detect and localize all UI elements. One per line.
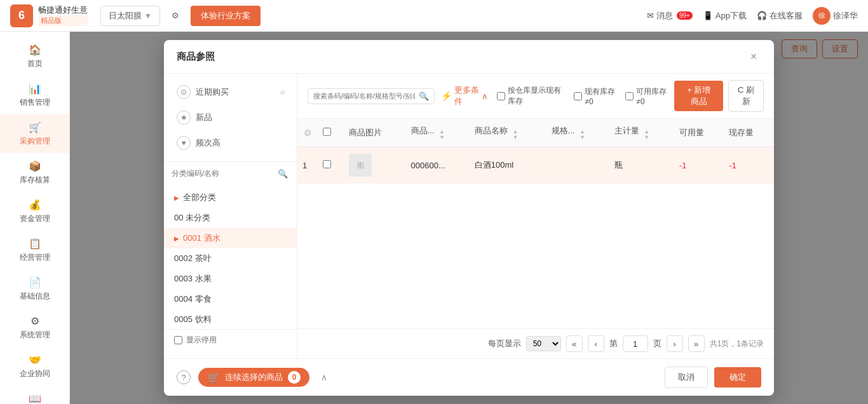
cart-area[interactable]: 🛒 连续选择的商品 0 xyxy=(198,368,309,387)
category-search-icon[interactable]: 🔍 xyxy=(276,167,289,180)
modal-close-button[interactable]: × xyxy=(746,49,761,64)
table-body: 1 图 000600... xyxy=(297,147,774,184)
col-image: 商品图片 xyxy=(344,119,405,147)
gear-button[interactable]: ⚙ xyxy=(165,6,186,26)
filter-recent-purchase[interactable]: ⊙ 近期购买 xyxy=(172,81,234,103)
stock-not-zero-checkbox[interactable] xyxy=(574,92,582,100)
sidebar-item-basic-info[interactable]: 📄 基础信息 xyxy=(0,269,69,308)
category-search-input[interactable] xyxy=(172,169,273,178)
cat-item-fruit[interactable]: 0003 水果 xyxy=(164,269,297,289)
cat-item-drinks[interactable]: 0005 饮料 xyxy=(164,309,297,329)
filter-new-product[interactable]: ★ 新品 xyxy=(172,107,289,128)
sidebar-item-inventory[interactable]: 📦 库存核算 xyxy=(0,153,69,192)
product-search-icon[interactable]: 🔍 xyxy=(419,91,429,101)
sidebar-item-purchase[interactable]: 🛒 采购管理 xyxy=(0,114,69,153)
row-unit-cell: 瓶 xyxy=(609,147,674,184)
filter-high-frequency[interactable]: ♥ 频次高 xyxy=(172,132,289,154)
collapse-button[interactable]: « xyxy=(276,86,289,98)
table-settings-icon[interactable]: ⚙ xyxy=(304,128,312,138)
refresh-button[interactable]: C 刷新 xyxy=(728,80,764,112)
nav-selector[interactable]: 日太阳膜 ▼ xyxy=(100,6,160,26)
row-stock-cell: -1 xyxy=(724,147,774,184)
message-button[interactable]: ✉ 消息 99+ xyxy=(647,10,693,22)
sidebar-label-enterprise: 企业协同 xyxy=(20,368,50,379)
cat-liquor-arrow: ▶ xyxy=(174,235,179,242)
display-disabled-checkbox[interactable] xyxy=(174,336,182,344)
message-label: 消息 xyxy=(656,10,673,22)
filter-by-warehouse[interactable]: 按仓库显示现有库存 xyxy=(497,85,565,107)
sidebar-label-purchase: 采购管理 xyxy=(20,136,50,147)
sidebar-item-finance[interactable]: 💰 资金管理 xyxy=(0,192,69,231)
sidebar-item-home[interactable]: 🏠 首页 xyxy=(0,37,69,76)
sidebar-item-enterprise[interactable]: 🤝 企业协同 xyxy=(0,347,69,386)
cat-item-snacks[interactable]: 0004 零食 xyxy=(164,289,297,309)
row-select-checkbox[interactable] xyxy=(323,160,331,168)
filter-available-not-zero[interactable]: 可用库存≠0 xyxy=(625,86,668,106)
sidebar-label-sales: 销售管理 xyxy=(20,97,50,108)
row-available-cell: -1 xyxy=(674,147,724,184)
cat-uncategorized-label: 00 未分类 xyxy=(174,212,210,224)
app-download-button[interactable]: 📱 App下载 xyxy=(703,10,747,22)
row-name-cell: 白酒100ml xyxy=(470,147,546,184)
table-row[interactable]: 1 图 000600... xyxy=(297,147,774,184)
col-name[interactable]: 商品名称 ▲▼ xyxy=(470,119,546,147)
filter-stock-not-zero[interactable]: 现有库存≠0 xyxy=(574,86,616,106)
first-page-button[interactable]: « xyxy=(566,335,583,352)
col-unit[interactable]: 主计量 ▲▼ xyxy=(609,119,674,147)
product-search-input[interactable] xyxy=(313,92,415,100)
help-icon[interactable]: ? xyxy=(177,370,191,384)
cat-tea-label: 0002 茶叶 xyxy=(174,253,212,264)
cart-label: 连续选择的商品 xyxy=(225,372,283,383)
by-warehouse-checkbox[interactable] xyxy=(497,92,505,100)
cat-all-arrow: ▶ xyxy=(174,194,179,201)
logo-text-block: 畅捷通好生意 精品版 xyxy=(38,5,88,27)
row-image-cell: 图 xyxy=(344,147,405,184)
table-header: ⚙ 商品图片 xyxy=(297,119,774,147)
product-table-container: ⚙ 商品图片 xyxy=(297,119,774,328)
col-code[interactable]: 商品... ▲▼ xyxy=(406,119,470,147)
confirm-button[interactable]: 确定 xyxy=(714,367,761,387)
sidebar-label-basic-info: 基础信息 xyxy=(20,291,50,302)
prev-page-button[interactable]: ‹ xyxy=(588,335,604,352)
cat-fruit-label: 0003 水果 xyxy=(174,273,212,285)
sidebar-item-operations[interactable]: 📋 经营管理 xyxy=(0,231,69,269)
guide-icon: 📖 xyxy=(29,392,41,404)
cart-count: 0 xyxy=(288,371,301,384)
cart-icon: 🛒 xyxy=(207,372,220,384)
sidebar-item-sales[interactable]: 📊 销售管理 xyxy=(0,76,69,114)
footer-left: ? 🛒 连续选择的商品 0 ∧ xyxy=(177,368,331,387)
sidebar-label-finance: 资金管理 xyxy=(20,213,50,224)
sidebar-label-operations: 经营管理 xyxy=(20,252,50,263)
try-industry-button[interactable]: 体验行业方案 xyxy=(191,6,261,26)
available-not-zero-checkbox[interactable] xyxy=(625,92,634,100)
filter-bar-actions: + 新增商品 C 刷新 xyxy=(674,80,764,112)
sidebar-item-guide[interactable]: 📖 新手引导 xyxy=(0,386,69,404)
cat-item-tea[interactable]: 0002 茶叶 xyxy=(164,248,297,269)
sidebar-item-system[interactable]: ⚙ 系统管理 xyxy=(0,308,69,347)
modal-header: 商品参照 × xyxy=(164,40,774,74)
row-checkbox-cell xyxy=(318,147,344,184)
online-service-button[interactable]: 🎧 在线客服 xyxy=(757,10,803,22)
basic-info-icon: 📄 xyxy=(29,276,41,288)
col-spec[interactable]: 规格... ▲▼ xyxy=(546,119,609,147)
high-frequency-icon: ♥ xyxy=(177,136,191,150)
fold-button[interactable]: ∧ xyxy=(317,370,331,384)
category-list: ▶ 全部分类 00 未分类 ▶ 0001 酒水 0002 茶 xyxy=(164,185,297,329)
cat-item-uncategorized[interactable]: 00 未分类 xyxy=(164,208,297,228)
cat-item-liquor[interactable]: ▶ 0001 酒水 xyxy=(164,228,297,248)
next-page-button[interactable]: › xyxy=(667,335,683,352)
modal-overlay: 商品参照 × ⊙ 近期购买 « xyxy=(70,32,868,404)
add-product-button[interactable]: + 新增商品 xyxy=(674,81,723,111)
select-all-checkbox[interactable] xyxy=(323,128,331,136)
user-avatar-area[interactable]: 徐 徐泽华 xyxy=(813,7,858,25)
cat-item-all[interactable]: ▶ 全部分类 xyxy=(164,187,297,208)
cancel-button[interactable]: 取消 xyxy=(665,367,708,388)
page-number-input[interactable] xyxy=(623,335,648,352)
inventory-icon: 📦 xyxy=(29,159,41,172)
last-page-button[interactable]: » xyxy=(688,335,705,352)
cat-liquor-label: 0001 酒水 xyxy=(183,232,220,244)
more-filter-button[interactable]: ⚡ 更多条件 ∧ xyxy=(441,84,488,107)
page-size-select[interactable]: 50 10 20 100 xyxy=(526,336,561,351)
product-table: ⚙ 商品图片 xyxy=(297,119,774,184)
display-disabled-row: 显示停用 xyxy=(164,329,297,351)
